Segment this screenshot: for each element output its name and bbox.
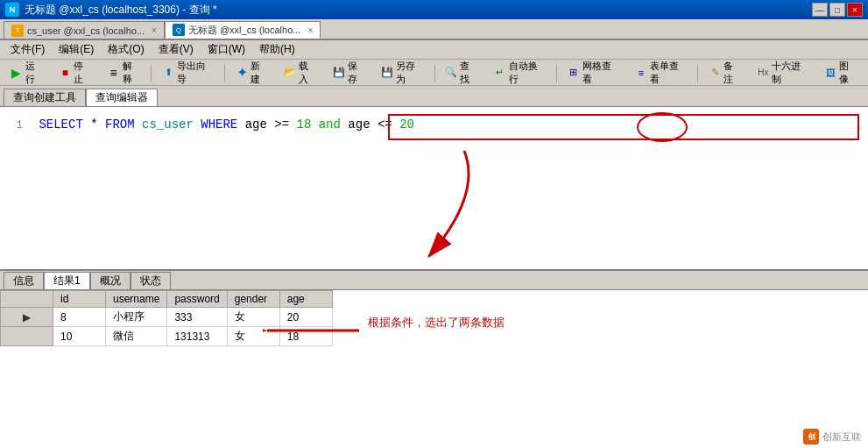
cell-id-1: 8 (53, 308, 106, 327)
toolbar-sep-5 (697, 64, 698, 82)
autowrap-icon: ↵ (493, 66, 507, 80)
sql-star: * (83, 117, 105, 132)
menu-bar: 文件(F) 编辑(E) 格式(O) 查看(V) 窗口(W) 帮助(H) (0, 40, 868, 60)
load-button[interactable]: 📂 载入 (278, 62, 324, 83)
cell-gender-1: 女 (227, 308, 279, 327)
note-button[interactable]: ✎ 备注 (702, 62, 748, 83)
save-icon: 💾 (332, 66, 346, 80)
autowrap-button[interactable]: ↵ 自动换行 (487, 62, 553, 83)
sql-space1 (135, 117, 142, 132)
menu-edit[interactable]: 编辑(E) (52, 40, 101, 59)
sql-num-20: 20 (399, 117, 414, 132)
table-row[interactable]: ▶ 8 小程序 333 女 20 (1, 308, 333, 327)
col-header-username: username (106, 291, 167, 308)
row-indicator-2 (1, 327, 53, 346)
window-title: 无标题 @xxl_cs (localhost_3306) - 查询 * (25, 3, 812, 18)
toolbar-sep-3 (434, 64, 435, 82)
cell-password-1: 333 (167, 308, 227, 327)
sub-tab-bar: 查询创建工具 查询编辑器 (0, 86, 868, 107)
sql-and-kw: and (319, 117, 341, 132)
results-table: id username password gender age ▶ 8 小程序 … (0, 290, 333, 346)
results-tab-status[interactable]: 状态 (131, 272, 171, 289)
search-icon: 🔍 (445, 66, 459, 80)
window-tab-untitled[interactable]: Q 无标题 @xxl_cs (localho... × (165, 21, 321, 39)
tab-query-editor[interactable]: 查询编辑器 (86, 89, 158, 106)
close-button[interactable]: × (847, 3, 863, 17)
sql-num-18: 18 (297, 117, 312, 132)
tab-query-builder[interactable]: 查询创建工具 (4, 89, 86, 106)
toolbar-sep-1 (151, 64, 152, 82)
sql-age1: age >= (237, 117, 296, 132)
tab-close-untitled[interactable]: × (307, 25, 313, 35)
results-tab-result1[interactable]: 结果1 (44, 272, 90, 289)
col-header-gender: gender (227, 291, 279, 308)
watermark-text: 创新互联 (822, 430, 861, 444)
image-button[interactable]: 🖼 图像 (818, 62, 864, 83)
stop-icon: ■ (58, 66, 72, 80)
minimize-button[interactable]: — (812, 3, 828, 17)
sql-age2: age <= (341, 117, 399, 132)
tab-icon-untitled: Q (173, 24, 185, 36)
hex-button[interactable]: Hx 十六进制 (751, 62, 816, 83)
menu-file[interactable]: 文件(F) (4, 40, 52, 59)
cell-id-2: 10 (53, 327, 106, 346)
annotation-text: 根据条件，选出了两条数据 (368, 315, 505, 331)
window-tab-bar: T cs_user @xxl_cs (localho... × Q 无标题 @x… (0, 19, 868, 40)
menu-format[interactable]: 格式(O) (101, 40, 151, 59)
form-icon: ≡ (634, 66, 648, 80)
explain-icon: ≡ (107, 66, 121, 80)
sql-space2 (194, 117, 201, 132)
saveas-button[interactable]: 💾 另存为 (374, 62, 430, 83)
title-bar: N 无标题 @xxl_cs (localhost_3306) - 查询 * — … (0, 0, 868, 19)
load-icon: 📂 (284, 66, 298, 80)
cell-age-2: 18 (279, 327, 332, 346)
grid-icon: ⊞ (567, 66, 581, 80)
toolbar-sep-2 (224, 64, 225, 82)
image-icon: 🖼 (824, 66, 838, 80)
annotation-arrow (359, 142, 534, 265)
col-header-age: age (279, 291, 332, 308)
explain-button[interactable]: ≡ 解释 (101, 62, 147, 83)
tab-icon-cs-user: T (11, 25, 24, 37)
new-icon: ✦ (235, 66, 249, 80)
new-button[interactable]: ✦ 新建 (229, 62, 275, 83)
watermark-icon: 创 (803, 429, 819, 444)
sql-select: SELECT (32, 117, 83, 132)
app-icon: N (5, 3, 19, 17)
sql-space3 (311, 117, 318, 132)
cell-gender-2: 女 (227, 327, 279, 346)
menu-help[interactable]: 帮助(H) (252, 40, 302, 59)
tab-close-cs-user[interactable]: × (152, 25, 157, 35)
watermark: 创 创新互联 (803, 429, 861, 444)
sql-editor[interactable]: 1 SELECT * FROM cs_user WHERE age >= 18 … (0, 107, 868, 269)
form-view-button[interactable]: ≡ 表单查看 (628, 62, 694, 83)
table-row[interactable]: 10 微信 131313 女 18 (1, 327, 333, 346)
run-icon: ▶ (10, 66, 24, 80)
maximize-button[interactable]: □ (829, 3, 845, 17)
results-tab-overview[interactable]: 概况 (90, 272, 131, 289)
col-header-id: id (53, 291, 106, 308)
menu-view[interactable]: 查看(V) (152, 40, 201, 59)
note-icon: ✎ (708, 66, 722, 80)
row-indicator-1: ▶ (1, 308, 53, 327)
run-button[interactable]: ▶ 运行 (4, 62, 50, 83)
export-wizard-button[interactable]: ⬆ 导出向导 (155, 62, 221, 83)
find-button[interactable]: 🔍 查找 (439, 62, 485, 83)
menu-window[interactable]: 窗口(W) (201, 40, 252, 59)
cell-username-2: 微信 (106, 327, 167, 346)
cell-password-2: 131313 (167, 327, 227, 346)
window-tab-cs-user[interactable]: T cs_user @xxl_cs (localho... × (4, 21, 165, 39)
save-button[interactable]: 💾 保存 (326, 62, 372, 83)
toolbar-sep-4 (556, 64, 557, 82)
export-icon: ⬆ (161, 66, 175, 80)
hex-icon: Hx (757, 66, 771, 80)
toolbar: ▶ 运行 ■ 停止 ≡ 解释 ⬆ 导出向导 ✦ 新建 📂 载入 💾 保存 (0, 60, 868, 86)
results-tab-bar: 信息 结果1 概况 状态 (0, 269, 868, 290)
sql-where-kw: WHERE (201, 117, 237, 132)
col-header-indicator (1, 291, 53, 308)
cell-username-1: 小程序 (106, 308, 167, 327)
results-tab-info[interactable]: 信息 (4, 272, 44, 289)
sql-line-1: 1 SELECT * FROM cs_user WHERE age >= 18 … (5, 112, 863, 137)
stop-button[interactable]: ■ 停止 (52, 62, 98, 83)
grid-view-button[interactable]: ⊞ 网格查看 (561, 62, 626, 83)
